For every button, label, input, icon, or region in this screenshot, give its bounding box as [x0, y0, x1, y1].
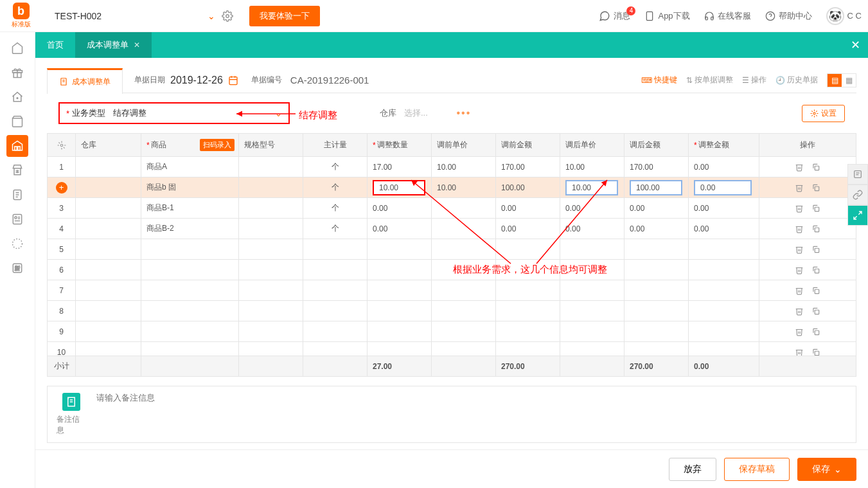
copy-icon[interactable]: [811, 163, 820, 172]
sidebar-new[interactable]: 新: [6, 257, 28, 279]
float-link-icon[interactable]: [847, 185, 868, 205]
try-button[interactable]: 我要体验一下: [249, 6, 320, 26]
sidebar-sync[interactable]: [6, 233, 28, 255]
warehouse-filter[interactable]: 仓库 选择...: [380, 107, 428, 119]
gear-icon[interactable]: [222, 10, 233, 22]
table-row[interactable]: 1商品A个17.0010.00170.0010.00170.000.00: [48, 157, 856, 177]
copy-icon[interactable]: [811, 266, 820, 275]
calendar-icon[interactable]: [228, 75, 238, 86]
copy-icon[interactable]: [811, 348, 820, 356]
table-row[interactable]: 5: [48, 239, 856, 260]
logo-text: 标准版: [12, 20, 31, 29]
th-post-price: 调后单价: [560, 134, 624, 156]
float-expand-icon[interactable]: [847, 205, 868, 226]
bill-code: CA-20191226-001: [290, 75, 369, 86]
table-row[interactable]: 3商品B-1个0.000.000.000.000.00: [48, 198, 856, 219]
document-icon: [59, 77, 68, 86]
save-button[interactable]: 保存⌄: [797, 458, 856, 481]
svg-point-8: [17, 98, 18, 99]
view-list-icon[interactable]: ▤: [828, 74, 842, 87]
copy-icon[interactable]: [811, 286, 820, 295]
table-row[interactable]: +商品b 固个10.0010.00100.0010.00100.000.00: [48, 177, 856, 198]
help-center-link[interactable]: 帮助中心: [765, 10, 812, 22]
sidebar-clipboard[interactable]: [6, 184, 28, 206]
svg-rect-40: [815, 248, 819, 252]
online-service-link[interactable]: 在线客服: [704, 10, 751, 22]
chevron-down-icon: ⌄: [834, 464, 842, 474]
delete-icon[interactable]: [795, 224, 804, 233]
bill-date[interactable]: 2019-12-26: [170, 75, 223, 86]
remarks-panel: 备注信息: [47, 386, 856, 443]
svg-rect-37: [815, 186, 819, 190]
tabs-bar: 首页 成本调整单 ✕ ✕: [35, 32, 868, 58]
help-icon: [765, 11, 775, 21]
close-all-tabs[interactable]: ✕: [842, 32, 868, 58]
th-unit: 主计量: [303, 134, 368, 156]
table-row[interactable]: 4商品B-2个0.000.000.000.000.00: [48, 219, 856, 239]
chevron-down-icon: ⌄: [208, 11, 215, 21]
svg-rect-38: [815, 207, 819, 211]
app-download-link[interactable]: App下载: [644, 10, 689, 22]
copy-icon[interactable]: [811, 245, 820, 254]
svg-rect-44: [815, 330, 819, 334]
copy-icon[interactable]: [811, 307, 820, 316]
messages-link[interactable]: 消息 4: [599, 10, 630, 22]
more-icon[interactable]: •••: [457, 107, 472, 119]
table-row[interactable]: 7: [48, 280, 856, 301]
delete-icon[interactable]: [795, 204, 804, 213]
delete-icon[interactable]: [795, 183, 804, 192]
user-menu[interactable]: 🐼 C C: [826, 7, 862, 25]
copy-icon[interactable]: [811, 327, 820, 336]
discard-button[interactable]: 放弃: [669, 458, 716, 481]
close-icon[interactable]: ✕: [134, 41, 140, 50]
footer: 放弃 保存草稿 保存⌄: [35, 449, 868, 488]
sidebar-money[interactable]: [6, 159, 28, 181]
svg-point-31: [813, 112, 815, 114]
table-row[interactable]: 9: [48, 321, 856, 342]
delete-icon[interactable]: [795, 348, 804, 356]
biz-type-select[interactable]: * 业务类型 结存调整 ⌄: [58, 102, 290, 124]
save-draft-button[interactable]: 保存草稿: [724, 458, 790, 481]
delete-icon[interactable]: [795, 266, 804, 275]
doc-tab[interactable]: 成本调整单: [47, 68, 123, 94]
svg-rect-10: [15, 147, 17, 150]
operation-button[interactable]: ☰操作: [742, 75, 766, 86]
delete-icon[interactable]: [795, 245, 804, 254]
table-row[interactable]: 8: [48, 301, 856, 321]
table-row[interactable]: 10: [48, 342, 856, 356]
th-spec: 规格型号: [239, 134, 303, 156]
delete-icon[interactable]: [795, 163, 804, 172]
org-selector[interactable]: TEST-H002 ⌄: [55, 11, 215, 21]
sidebar-report[interactable]: [6, 208, 28, 230]
delete-icon[interactable]: [795, 307, 804, 316]
sidebar-inventory[interactable]: [6, 135, 28, 157]
scan-badge[interactable]: 扫码录入: [200, 139, 235, 151]
copy-icon[interactable]: [811, 183, 820, 192]
tab-home[interactable]: 首页: [35, 32, 75, 58]
th-gear[interactable]: [48, 134, 76, 156]
shortcut-button[interactable]: ⌨快捷键: [641, 75, 677, 86]
settings-button[interactable]: 设置: [802, 105, 845, 122]
view-toggle[interactable]: ▤ ▦: [827, 73, 856, 87]
svg-rect-36: [815, 166, 819, 170]
table-row[interactable]: 6: [48, 260, 856, 280]
sidebar-home[interactable]: [6, 37, 28, 59]
sidebar-gift[interactable]: [6, 62, 28, 84]
copy-icon[interactable]: [811, 204, 820, 213]
view-grid-icon[interactable]: ▦: [842, 74, 856, 87]
sidebar: 新: [0, 32, 35, 488]
headset-icon: [704, 11, 714, 21]
copy-icon[interactable]: [811, 224, 820, 233]
svg-point-0: [226, 14, 229, 17]
delete-icon[interactable]: [795, 327, 804, 336]
by-bill-button[interactable]: ⇅按单据调整: [686, 75, 733, 86]
remarks-input[interactable]: [96, 393, 847, 402]
delete-icon[interactable]: [795, 286, 804, 295]
sidebar-bag[interactable]: [6, 111, 28, 132]
add-row-button[interactable]: +: [56, 182, 67, 194]
bill-date-label: 单据日期: [134, 75, 165, 86]
tab-cost-adjust[interactable]: 成本调整单 ✕: [75, 32, 152, 58]
history-button[interactable]: 🕘历史单据: [775, 75, 818, 86]
sidebar-house[interactable]: [6, 86, 28, 108]
float-note-icon[interactable]: [847, 164, 868, 185]
